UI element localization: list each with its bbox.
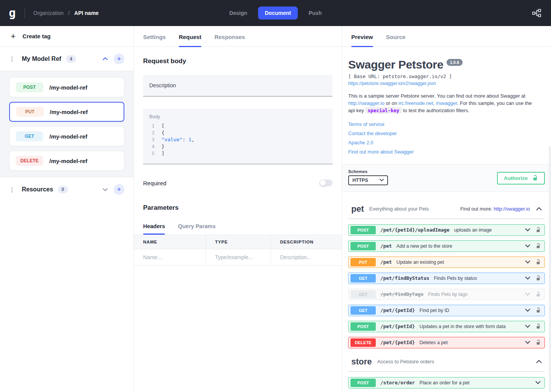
tab-settings[interactable]: Settings: [143, 34, 166, 46]
editor-tabs: Settings Request Responses: [134, 26, 342, 47]
contact-developer-link[interactable]: Contact the developer: [348, 129, 545, 138]
authorize-button[interactable]: Authorize: [497, 172, 545, 185]
chevron-down-icon[interactable]: [535, 381, 541, 384]
chevron-down-icon[interactable]: [525, 260, 530, 264]
schemes-label: Schemes: [348, 169, 388, 174]
op-method-badge: POST: [350, 379, 376, 387]
api-description: This is a sample server Petstore server.…: [348, 93, 540, 114]
operation-row[interactable]: PUT /pet Update an existing pet: [348, 256, 545, 268]
chevron-down-icon[interactable]: [101, 185, 110, 194]
swagger-section-pet: pet Everything about your Pets Find out …: [348, 200, 545, 348]
lock-icon[interactable]: [536, 340, 541, 346]
operation-row[interactable]: GET /pet/findByTags Finds Pets by tags: [348, 289, 545, 300]
swagger-io-link[interactable]: http://swagger.io: [348, 100, 385, 106]
method-badge: POST: [16, 82, 43, 92]
create-tag-button[interactable]: + Create tag: [0, 26, 134, 47]
chevron-up-icon[interactable]: [536, 360, 542, 363]
chevron-down-icon[interactable]: [525, 228, 530, 232]
license-link[interactable]: Apache 2.0: [348, 138, 545, 147]
terms-of-service-link[interactable]: Terms of service: [348, 120, 545, 129]
op-path: /pet/{petId}: [380, 307, 415, 313]
description-field-input[interactable]: Description...: [271, 249, 342, 265]
lock-icon[interactable]: [536, 275, 541, 281]
api-structure-icon[interactable]: [532, 8, 542, 18]
sidebar-section-my-model-ref[interactable]: ⋮ My Model Ref 4 +: [0, 47, 134, 71]
nav-design[interactable]: Design: [222, 7, 254, 20]
op-path: /pet/{petId}: [380, 340, 415, 345]
drag-handle-icon[interactable]: ⋮: [9, 187, 15, 193]
code-lines: 1 [ 2 { 3 "value": 1, 4 } 5 ]: [149, 122, 326, 157]
operation-row[interactable]: POST /pet Add a new pet to the store: [348, 240, 545, 252]
name-input[interactable]: Name...: [134, 249, 206, 265]
operation-row[interactable]: DELETE /pet/{petId} Deletes a pet: [348, 337, 545, 348]
sidebar-endpoint-card[interactable]: POST /my-model-ref: [9, 77, 124, 97]
pet-docs-link[interactable]: http://swagger.io: [494, 206, 530, 212]
schemes-select[interactable]: HTTPS: [348, 175, 388, 185]
lock-icon[interactable]: [536, 307, 541, 314]
tab-responses[interactable]: Responses: [214, 34, 245, 46]
nav-document[interactable]: Document: [258, 7, 298, 20]
chevron-down-icon[interactable]: [525, 341, 530, 344]
chevron-up-icon[interactable]: [101, 54, 110, 64]
tab-preview[interactable]: Preview: [351, 34, 373, 46]
lock-icon[interactable]: [536, 227, 541, 233]
irc-link[interactable]: irc.freenode.net, #swagger: [399, 100, 457, 106]
chevron-down-icon[interactable]: [525, 309, 530, 312]
column-header-name: NAME: [134, 235, 206, 249]
lock-icon[interactable]: [536, 243, 541, 249]
lock-icon[interactable]: [536, 291, 541, 297]
store-endpoint-rows: POST /store/order Place an order for a p…: [348, 372, 545, 392]
tab-request[interactable]: Request: [179, 34, 201, 46]
section-header-store[interactable]: store Access to Petstore orders: [348, 353, 545, 372]
scrollbar[interactable]: [549, 147, 551, 392]
sidebar-endpoint-card[interactable]: GET /my-model-ref: [9, 126, 124, 146]
drag-handle-icon[interactable]: ⋮: [9, 56, 15, 62]
editor-panel: Settings Request Responses Request body …: [134, 26, 342, 392]
chevron-up-icon[interactable]: [536, 207, 542, 211]
sidebar-endpoint-card[interactable]: PUT /my-model-ref: [9, 102, 124, 122]
sidebar-endpoint-card[interactable]: DELETE /my-model-ref: [9, 151, 124, 171]
line-number: 4: [149, 143, 155, 150]
chevron-down-icon[interactable]: [525, 244, 530, 248]
description-input[interactable]: Description: [143, 75, 333, 96]
request-body-title: Request body: [143, 57, 333, 65]
tab-headers[interactable]: Headers: [143, 223, 165, 235]
endpoint-path: /my-model-ref: [50, 109, 88, 115]
schemes-section: Schemes HTTPS Authorize: [342, 164, 551, 192]
sidebar: + Create tag ⋮ My Model Ref 4 + POST /my…: [0, 26, 134, 392]
tab-query-params[interactable]: Query Params: [178, 223, 215, 235]
add-endpoint-button[interactable]: +: [114, 54, 124, 64]
sidebar-section-resources[interactable]: ⋮ Resources 0 +: [0, 177, 134, 202]
special-key-code: special-key: [365, 107, 402, 114]
find-out-more-link[interactable]: Find out more about Swagger: [348, 147, 545, 157]
type-input[interactable]: Type/example...: [206, 249, 271, 265]
breadcrumb-organization[interactable]: Organization: [33, 10, 64, 16]
line-content: }: [161, 143, 165, 150]
tab-source[interactable]: Source: [386, 34, 406, 46]
line-number: 1: [149, 122, 155, 129]
lock-icon[interactable]: [536, 323, 541, 330]
app-logo[interactable]: g: [0, 7, 24, 19]
chevron-down-icon[interactable]: [525, 325, 530, 328]
breadcrumb-api-name[interactable]: API name: [74, 10, 99, 16]
operation-row[interactable]: GET /pet/findByStatus Finds Pets by stat…: [348, 273, 545, 284]
api-title: Swagger Petstore: [348, 58, 443, 71]
operation-row[interactable]: POST /pet/{petId}/uploadImage uploads an…: [348, 224, 545, 236]
op-path: /pet: [380, 259, 392, 265]
operation-row[interactable]: POST /pet/{petId} Updates a pet in the s…: [348, 321, 545, 332]
add-resource-button[interactable]: +: [114, 184, 124, 195]
chevron-down-icon[interactable]: [525, 292, 530, 296]
op-summary: Finds Pets by status: [434, 276, 477, 281]
section-header-pet[interactable]: pet Everything about your Pets Find out …: [348, 200, 545, 219]
parameters-table: NAME TYPE DESCRIPTION Name... Type/examp…: [134, 235, 342, 266]
chevron-down-icon[interactable]: [525, 276, 530, 280]
nav-push[interactable]: Push: [302, 7, 328, 20]
operation-row[interactable]: GET /pet/{petId} Find pet by ID: [348, 305, 545, 316]
required-toggle[interactable]: [320, 180, 333, 186]
body-code-editor[interactable]: Body 1 [ 2 { 3 "value": 1, 4 } 5 ]: [143, 109, 333, 164]
lock-icon[interactable]: [536, 259, 541, 265]
operation-row[interactable]: POST /store/order Place an order for a p…: [348, 377, 545, 389]
spec-url-link[interactable]: https://petstore.swagger.io/v2/swagger.j…: [348, 81, 436, 86]
table-input-row: Name... Type/example... Description...: [134, 249, 342, 266]
op-summary: Finds Pets by tags: [428, 292, 468, 297]
